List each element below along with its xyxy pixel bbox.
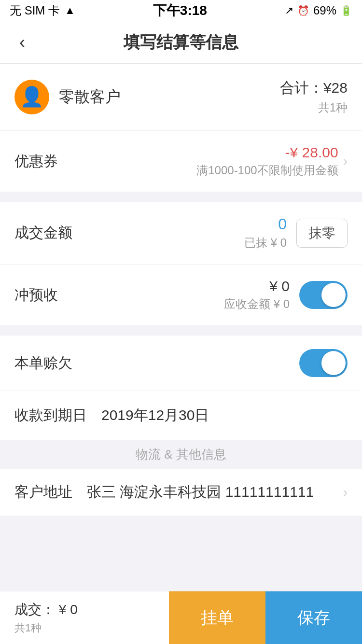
address-value: 张三 海淀永丰科技园 11111111111 (87, 482, 329, 502)
prepayment-row: 冲预收 ¥ 0 应收金额 ¥ 0 (0, 265, 362, 326)
transaction-row: 成交金额 0 已抹 ¥ 0 抹零 (0, 202, 362, 265)
status-bar: 无 SIM 卡 ▲ 下午3:18 ↗ ⏰ 69% 🔋 (0, 0, 362, 21)
status-right: ↗ ⏰ 69% 🔋 (285, 4, 352, 17)
footer-deal: 成交： ¥ 0 (14, 601, 154, 619)
footer-buttons: 挂单 保存 (169, 591, 362, 644)
prepayment-value: ¥ 0 (269, 278, 290, 294)
battery-label: 69% (313, 4, 336, 17)
credit-row: 本单赊欠 (0, 336, 362, 391)
chevron-right-icon: › (343, 154, 348, 169)
footer-spacer (0, 516, 362, 574)
alarm-icon: ⏰ (297, 5, 309, 16)
toggle-knob (321, 283, 346, 307)
content-area: 👤 零散客户 合计：¥28 共1种 优惠券 -¥ 28.00 满1000-100… (0, 64, 362, 574)
address-row[interactable]: 客户地址 张三 海淀永丰科技园 11111111111 › (0, 469, 362, 516)
coupon-right: -¥ 28.00 满1000-100不限制使用金额 › (196, 144, 348, 178)
transaction-sub: 已抹 ¥ 0 (244, 235, 287, 251)
location-icon: ↗ (285, 4, 293, 17)
nav-bar: ‹ 填写结算等信息 (0, 21, 362, 64)
due-date-value: 2019年12月30日 (101, 406, 209, 425)
section-divider-1 (0, 192, 362, 202)
logistics-section-header: 物流 & 其他信息 (0, 440, 362, 469)
address-chevron-icon: › (343, 485, 348, 500)
total-amount: 合计：¥28 (280, 78, 348, 98)
battery-icon: 🔋 (340, 5, 352, 16)
footer: 成交： ¥ 0 共1种 挂单 保存 (0, 591, 362, 644)
transaction-label: 成交金额 (14, 223, 72, 243)
credit-label: 本单赊欠 (14, 353, 72, 373)
logistics-label: 物流 & 其他信息 (136, 446, 226, 463)
prepayment-right: ¥ 0 应收金额 ¥ 0 (224, 278, 348, 312)
credit-toggle-knob (321, 351, 346, 375)
footer-deal-label: 成交： (14, 602, 55, 617)
status-time: 下午3:18 (153, 1, 207, 20)
customer-totals: 合计：¥28 共1种 (280, 78, 348, 115)
prepayment-sub: 应收金额 ¥ 0 (224, 296, 290, 312)
credit-right (299, 349, 348, 377)
customer-row: 👤 零散客户 合计：¥28 共1种 (0, 64, 362, 130)
footer-info: 成交： ¥ 0 共1种 (0, 601, 169, 635)
transaction-right: 0 已抹 ¥ 0 抹零 (244, 215, 348, 251)
coupon-label: 优惠券 (14, 152, 58, 171)
coupon-description: 满1000-100不限制使用金额 (196, 163, 338, 178)
status-left: 无 SIM 卡 ▲ (10, 3, 75, 18)
avatar-icon: 👤 (20, 85, 44, 108)
prepayment-label: 冲预收 (14, 285, 58, 305)
save-button[interactable]: 保存 (265, 591, 362, 644)
transaction-value: 0 (278, 215, 287, 233)
due-date-label: 收款到期日 (14, 406, 87, 425)
round-zero-button[interactable]: 抹零 (296, 219, 348, 248)
carrier-label: 无 SIM 卡 (10, 3, 60, 18)
back-button[interactable]: ‹ (14, 28, 30, 57)
transaction-value-group: 0 已抹 ¥ 0 (244, 215, 287, 251)
footer-count: 共1种 (14, 621, 154, 635)
total-count: 共1种 (280, 100, 348, 115)
prepayment-value-group: ¥ 0 应收金额 ¥ 0 (224, 278, 290, 312)
prepayment-toggle[interactable] (299, 281, 348, 309)
coupon-row[interactable]: 优惠券 -¥ 28.00 满1000-100不限制使用金额 › (0, 131, 362, 192)
footer-deal-value: ¥ 0 (59, 602, 78, 617)
page-title: 填写结算等信息 (124, 31, 238, 54)
wifi-icon: ▲ (65, 4, 75, 17)
coupon-info: -¥ 28.00 满1000-100不限制使用金额 (196, 144, 338, 178)
coupon-discount: -¥ 28.00 (196, 144, 338, 161)
address-label: 客户地址 (14, 482, 72, 502)
avatar: 👤 (14, 80, 49, 114)
section-divider-2 (0, 326, 362, 336)
customer-name: 零散客户 (59, 86, 121, 108)
credit-toggle[interactable] (299, 349, 348, 377)
hang-single-button[interactable]: 挂单 (169, 591, 265, 644)
due-date-row: 收款到期日 2019年12月30日 (0, 391, 362, 440)
